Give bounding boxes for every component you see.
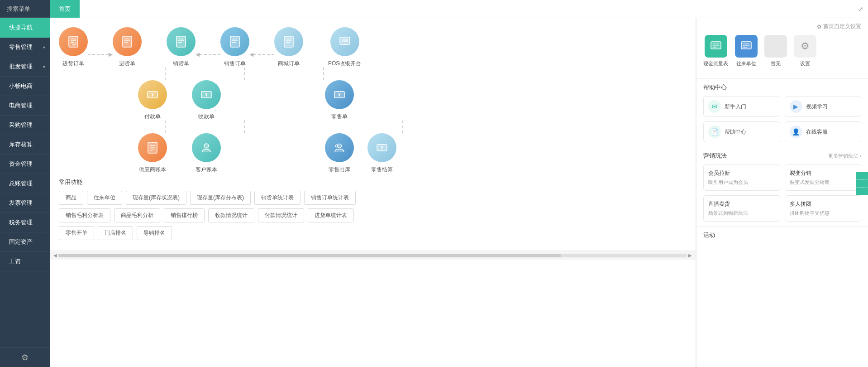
sidebar-item-purchase[interactable]: 采购管理 [0,116,50,135]
marketing-item-fission[interactable]: 裂变分销 裂变式发展分销商 [785,164,862,191]
node-supplier-account[interactable]: 供应商账本 [138,133,167,174]
btn-sales-rank[interactable]: 销售排行榜 [164,208,205,222]
sidebar-item-ledger[interactable]: 总账管理 [0,174,50,193]
help-item-beginner[interactable]: ✉ 新手入门 [703,96,780,117]
btn-store-rank[interactable]: 门店排名 [98,226,133,240]
sidebar-item-finance[interactable]: 资金管理 [0,155,50,174]
btn-sales-order-stat[interactable]: 销售订单统计表 [304,191,356,205]
svg-point-37 [204,144,209,148]
sidebar-item-inventory[interactable]: 库存核算 [0,135,50,155]
quick-icon-settings-box: ⚙ [794,35,816,58]
node-receipt[interactable]: ¥ 收款单 [192,80,221,121]
sidebar-item-assets[interactable]: 固定资产 [0,232,50,252]
btn-payment-stat[interactable]: 付款情况统计 [258,208,304,222]
btn-retail-order[interactable]: 零售开单 [59,226,94,240]
node-retail-out[interactable]: 零售出库 [325,133,354,174]
float-btn-service[interactable]: 客服热线 [856,172,868,180]
scroll-right-btn[interactable]: ▶ [687,253,693,258]
btn-goods-margin[interactable]: 商品毛利分析 [114,208,160,222]
node-label-receipt: 收款单 [198,113,215,121]
scroll-track[interactable] [58,254,687,257]
node-mall-order[interactable]: 商城订单 [274,27,303,68]
node-retail-settle[interactable]: ¥ 零售结算 [367,133,396,174]
quick-icon-none[interactable]: 暂无 [764,35,787,67]
scroll-left-btn[interactable]: ◀ [52,253,58,258]
horizontal-scrollbar[interactable]: ◀ ▶ [50,251,696,260]
sidebar-item-tax[interactable]: 税务管理 [0,213,50,232]
sidebar-item-invoice[interactable]: 发票管理 [0,193,50,213]
node-label-payment: 付款单 [144,113,161,121]
search-menu[interactable]: 搜索菜单 [0,0,50,18]
sidebar-item-salary[interactable]: 工资 [0,252,50,271]
svg-point-39 [335,145,338,147]
float-buttons: 客服热线 服务社区 桌面快捷 [856,172,868,195]
btn-stock-dist[interactable]: 现存量(库存分布表) [190,191,251,205]
quick-icon-cashflow[interactable]: 现金流量表 [703,35,728,67]
btn-sales-stat[interactable]: 销货单统计表 [254,191,300,205]
help-item-video[interactable]: ▶ 视频学习 [785,96,862,117]
node-label-retail-bill: 零售单 [331,113,348,121]
quick-icon-partners[interactable]: 往来单位 [735,35,758,67]
float-btn-community[interactable]: 服务社区 [856,180,868,188]
sidebar-item-purchase-label: 采购管理 [9,121,33,129]
node-label-sales-bill: 销货单 [173,60,189,68]
node-pos[interactable]: POS收银开台 [328,27,361,68]
sidebar-item-ecom-label: 电商管理 [9,101,33,110]
btn-receipt-stat[interactable]: 收款情况统计 [208,208,254,222]
sidebar-settings[interactable]: ⚙ [0,348,50,367]
sidebar-item-shortcuts[interactable]: 快捷导航 [0,18,50,38]
btn-purchase-stat[interactable]: 进货单统计表 [308,208,354,222]
node-purchase-order[interactable]: 进货订单 [59,27,88,68]
help-item-service-label: 在线客服 [806,128,828,136]
sidebar-item-ledger-label: 总账管理 [9,179,33,188]
sidebar-item-invoice-label: 发票管理 [9,199,33,207]
sidebar-item-retail-label: 零售管理 [9,43,33,51]
btn-sales-margin[interactable]: 销售毛利分析表 [59,208,110,222]
sidebar-item-wholesale[interactable]: 批发管理 ▾ [0,57,50,77]
marketing-title: 营销玩法 [703,152,727,160]
node-circle-purchase-order [59,27,88,56]
float-btn-desktop[interactable]: 桌面快捷 [856,188,868,195]
customize-link[interactable]: ✿ 首页自定义设置 [703,23,861,30]
node-circle-retail-settle: ¥ [367,133,396,162]
node-label-mall-order: 商城订单 [278,60,300,68]
node-sales-order[interactable]: 销售订单 [220,27,249,68]
help-item-help-label: 帮助中心 [725,128,746,136]
sidebar-item-assets-label: 固定资产 [9,238,33,246]
help-title: 帮助中心 [703,83,861,92]
btn-goods[interactable]: 商品 [59,191,83,205]
quick-icon-settings[interactable]: ⚙ 设置 [794,35,816,67]
top-right: ⤢ [858,5,868,13]
marketing-more-link[interactable]: 更多营销玩法 › [828,153,861,159]
marketing-item-fission-desc: 裂变式发展分销商 [790,179,857,186]
node-purchase-bill[interactable]: 进货单 [113,27,142,68]
node-payment[interactable]: ¥ 付款单 [138,80,167,121]
node-sales-bill[interactable]: 销货单 [167,27,196,68]
tab-home[interactable]: 首页 [50,0,80,18]
svg-rect-24 [346,40,348,42]
node-label-retail-settle: 零售结算 [371,166,393,174]
btn-guide-rank[interactable]: 导购排名 [137,226,172,240]
sidebar-item-ecom-small[interactable]: 小畅电商 [0,77,50,96]
node-customer-account[interactable]: 客户账本 [192,133,221,174]
btn-partners[interactable]: 往来单位 [87,191,122,205]
help-item-beginner-label: 新手入门 [725,103,746,111]
node-circle-retail-out [325,133,354,162]
right-panel: ✿ 首页自定义设置 现金流量表 [696,18,868,367]
node-retail-bill[interactable]: ¥ 零售单 [325,80,354,121]
svg-text:¥: ¥ [151,92,154,97]
sidebar-item-retail[interactable]: 零售管理 ▾ [0,38,50,57]
node-label-supplier-account: 供应商账本 [139,166,166,174]
help-item-service[interactable]: 👤 在线客服 [785,121,862,142]
btn-stock-status[interactable]: 现存量(库存状况表) [126,191,186,205]
search-menu-label: 搜索菜单 [7,5,30,13]
marketing-item-live[interactable]: 直播卖货 场景式购物新玩法 [703,195,780,222]
sidebar-item-ecom[interactable]: 电商管理 [0,96,50,116]
expand-icon[interactable]: ⤢ [858,5,863,13]
marketing-item-member[interactable]: 会员拉新 吸引用户成为会员 [703,164,780,191]
marketing-item-group[interactable]: 多人拼团 拼团购物享受优惠 [785,195,862,222]
help-item-help[interactable]: 📄 帮助中心 [703,121,780,142]
help-grid: ✉ 新手入门 ▶ 视频学习 📄 帮助中心 👤 在线客服 [703,96,861,142]
marketing-item-member-desc: 吸引用户成为会员 [708,179,775,186]
help-icon-video: ▶ [790,100,802,113]
